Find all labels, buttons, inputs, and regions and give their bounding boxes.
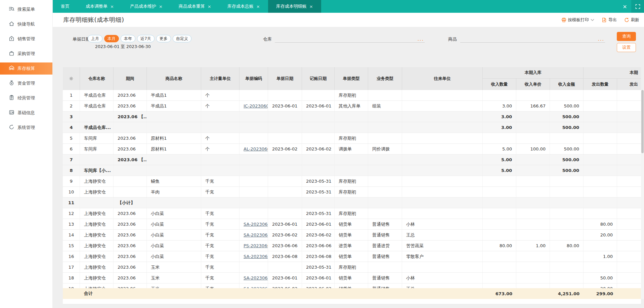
tab-inventory-cost-ledger[interactable]: 库存成本总账×	[219, 0, 268, 13]
tab-product-cost-maintenance[interactable]: 产品成本维护×	[122, 0, 171, 13]
table-row[interactable]: 4 半成品仓库... 3.00 500.00	[63, 122, 641, 133]
sales-icon	[9, 36, 14, 42]
table-row[interactable]: 11 【小计】	[63, 197, 641, 208]
refresh-button[interactable]: 刷新	[624, 17, 639, 23]
group-header-out: 本期	[630, 70, 638, 76]
scrollbar-thumb[interactable]	[641, 90, 644, 153]
column-header-in-amount: 收入金额	[550, 79, 584, 90]
cell-doc-code[interactable]: SA-20230602-0	[240, 230, 268, 240]
sidebar-item-sales[interactable]: 销售管理	[0, 33, 52, 45]
cell-doc-code[interactable]: SA-20230601-0	[240, 273, 268, 283]
table-row[interactable]: 3 2023.06 【... 3.00 500.00	[63, 112, 641, 122]
search-button[interactable]: 查询	[617, 32, 636, 41]
product-input[interactable]: ···	[460, 33, 605, 43]
close-icon[interactable]: ×	[208, 4, 211, 9]
table-row[interactable]: 19 上海静安仓 2023.06 玉米 千克 SA-20230602-0 202…	[63, 283, 641, 288]
tab-product-cost-recalc[interactable]: 商品成本重算×	[171, 0, 219, 13]
sidebar-item-operations[interactable]: 经营管理	[0, 92, 52, 104]
sidebar-item-funds[interactable]: 资金管理	[0, 77, 52, 89]
table-row[interactable]: 5 车间库 2023.06 原材料1 个 库存期初	[63, 133, 641, 144]
sidebar-item-system[interactable]: 系统管理	[0, 122, 52, 134]
table-row[interactable]: 6 车间库 2023.06 原材料1 个 AL-20230602-0 2023-…	[63, 144, 641, 155]
tab-inventory-cost-detail[interactable]: 库存成本明细账×	[268, 0, 321, 13]
close-icon[interactable]: ×	[256, 4, 260, 9]
cell-doc-type	[335, 112, 368, 122]
cell-doc-type: 销货单	[335, 283, 368, 288]
export-button[interactable]: 导出	[602, 17, 617, 23]
table-row[interactable]: 18 上海静安仓 2023.06 玉米 千克 SA-20230601-0 202…	[63, 273, 641, 283]
cell-doc-code[interactable]: IC-20230601-0	[240, 101, 268, 111]
table-row[interactable]: 12 上海静安仓 2023.06 小白菜 千克 2023-05-31 库存期初	[63, 208, 641, 219]
cell-doc-code[interactable]: SA-20230602-0	[240, 283, 268, 288]
tab-home[interactable]: 首页	[53, 0, 78, 13]
cell-out-qty: 1.00	[584, 251, 617, 262]
cell-doc-code[interactable]: AL-20230602-0	[240, 144, 268, 154]
cell-unit: 千克	[201, 251, 240, 262]
home-icon	[9, 21, 14, 28]
sidebar-item-menu-search[interactable]: 搜索菜单	[0, 3, 52, 15]
cell-doc-code	[240, 122, 268, 133]
fullscreen-icon[interactable]	[631, 0, 644, 13]
warehouse-input[interactable]: ···	[275, 33, 425, 43]
table-row[interactable]: 17 上海静安仓 2023.06 玉米 千克 2023-05-31 库存期初	[63, 262, 641, 273]
sidebar-item-quick-nav[interactable]: 快捷导航	[0, 18, 52, 30]
sidebar-item-purchase[interactable]: 采购管理	[0, 48, 52, 60]
cell-doc-code	[240, 90, 268, 100]
table-row[interactable]: 16 上海静安仓 2023.06 小白菜 千克 SA-20230608-0 20…	[63, 251, 641, 262]
print-by-template-button[interactable]: 按模板打印	[561, 17, 595, 23]
sidebar-item-label: 资金管理	[17, 80, 35, 86]
chip-last-month[interactable]: 上月	[88, 35, 102, 42]
cell-out-qty	[584, 112, 617, 122]
close-window-icon[interactable]: ×	[618, 0, 631, 13]
close-icon[interactable]: ×	[309, 4, 313, 9]
sidebar-item-base-info[interactable]: 基础信息	[0, 107, 52, 119]
cell-row-number: 14	[63, 230, 80, 240]
cell-period: 2023.06	[114, 262, 147, 272]
cell-warehouse: 上海静安仓	[80, 240, 114, 251]
close-icon[interactable]: ×	[159, 4, 163, 9]
table-row[interactable]: 8 车间库【小... 5.00 500.00	[63, 165, 641, 176]
cell-period: 2023.06	[114, 240, 147, 251]
cell-period: 2023.06	[114, 208, 147, 219]
cell-doc-code[interactable]: SA-20230601-0	[240, 219, 268, 229]
cell-partner	[402, 176, 483, 186]
chip-this-month[interactable]: 本月	[104, 35, 119, 42]
settings-button[interactable]: 设置	[617, 43, 636, 52]
chip-this-year[interactable]: 本年	[121, 35, 135, 42]
table-row[interactable]: 9 上海静安仓 鳗鱼 千克 2023-05-31 库存期初	[63, 176, 641, 187]
table-row[interactable]: 10 上海静安仓 羊肉 千克 2023-05-31 库存期初	[63, 187, 641, 197]
table-row[interactable]: 14 上海静安仓 2023.06 小白菜 千克 SA-20230602-0 20…	[63, 230, 641, 240]
column-header-unit: 主计量单位	[201, 67, 240, 90]
close-icon[interactable]: ×	[110, 4, 114, 9]
chip-more[interactable]: 更多	[156, 35, 171, 42]
cell-doc-code[interactable]: SA-20230608-0	[240, 251, 268, 262]
title-bar: 库存明细账(成本明细) 按模板打印 导出 刷新	[53, 13, 644, 27]
table-row[interactable]: 2 半成品仓库 2023.06 半成品1 个 IC-20230601-0 202…	[63, 101, 641, 112]
column-header-biz-type: 业务类型	[368, 67, 402, 90]
chip-last-7-days[interactable]: 近7天	[137, 35, 155, 42]
table-row[interactable]: 1 半成品仓库 2023.06 半成品1 个 库存期初	[63, 90, 641, 101]
column-header-out-qty: 发出数量	[584, 79, 617, 90]
cell-row-number: 2	[63, 101, 80, 111]
column-settings-gear-icon[interactable]	[63, 67, 80, 90]
column-header-book-date: 记账日期	[302, 67, 335, 90]
table-row[interactable]: 15 上海静安仓 2023.06 小白菜 千克 PS-20230606-0 20…	[63, 240, 641, 251]
sidebar-item-inventory-accounting[interactable]: 库存核算	[0, 62, 52, 75]
cell-out-qty	[584, 155, 617, 165]
table-row[interactable]: 13 上海静安仓 2023.06 小白菜 千克 SA-20230601-0 20…	[63, 219, 641, 230]
cell-partner	[402, 112, 483, 122]
cell-doc-code[interactable]: PS-20230606-0	[240, 240, 268, 251]
total-out-qty: 299.00	[584, 288, 617, 299]
cell-unit: 千克	[201, 219, 240, 229]
table-row[interactable]: 7 2023.06 【... 5.00 500.00	[63, 155, 641, 165]
cell-in-price	[516, 90, 550, 100]
column-header-partner: 往来单位	[402, 67, 483, 90]
tab-cost-adjustment[interactable]: 成本调整单×	[78, 0, 122, 13]
cell-period: 2023.06	[114, 101, 147, 111]
column-header-in-price: 收入单价	[516, 79, 550, 90]
chip-custom[interactable]: 自定义	[173, 35, 191, 42]
cell-row-number: 7	[63, 155, 80, 165]
cell-product: 小白菜	[147, 251, 201, 262]
base-info-icon	[9, 109, 14, 116]
cell-row-number: 15	[63, 240, 80, 251]
